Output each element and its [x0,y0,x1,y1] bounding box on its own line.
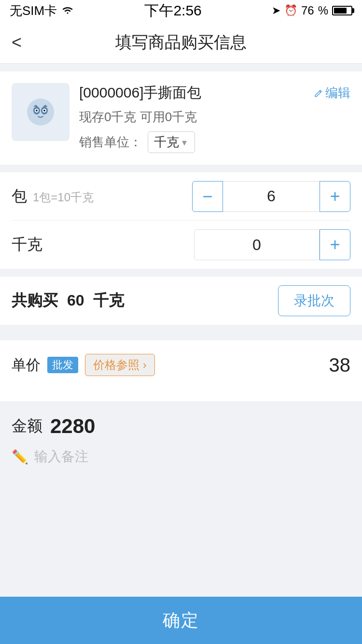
alarm-icon: ⏰ [284,4,297,17]
page-title: 填写商品购买信息 [115,31,247,54]
product-section: [0000006]手撕面包 编辑 现存0千克 可用0千克 销售单位： 千克 ▾ [0,71,362,165]
product-name-row: [0000006]手撕面包 编辑 [79,83,350,103]
kg-quantity-row: 千克 + [12,221,350,269]
price-row: 单价 批发 价格参照 › 38 [12,354,350,376]
amount-section: 金额 2280 ✏️ 输入备注 [0,401,362,477]
location-icon: ➤ [272,4,280,17]
kg-increment-button[interactable]: + [320,229,350,260]
quantity-section: 包 1包=10千克 − + 千克 + [0,172,362,269]
price-reference-button[interactable]: 价格参照 › [85,354,155,376]
amount-row: 金额 2280 [12,415,350,438]
unit-label: 销售单位： [79,134,142,151]
price-tag: 批发 [47,357,78,373]
kg-quantity-input[interactable] [194,229,320,260]
svg-point-0 [27,98,54,126]
status-right: ➤ ⏰ 76% [272,4,352,17]
price-value: 38 [329,354,351,376]
bao-decrement-button[interactable]: − [192,181,223,212]
price-left: 单价 批发 价格参照 › [12,354,155,376]
bao-quantity-input[interactable] [223,181,320,212]
amount-value: 2280 [50,415,95,438]
amount-label: 金额 [12,416,42,437]
pencil-icon: ✏️ [12,449,28,465]
total-text: 共购买 60 千克 [12,290,124,311]
wifi-icon [61,3,74,18]
bao-quantity-control: − + [192,181,350,212]
battery-icon [332,6,352,15]
battery-percent: 76 [301,4,314,17]
kg-label: 千克 [12,234,42,255]
chevron-down-icon: ▾ [182,137,187,148]
note-placeholder: 输入备注 [34,448,88,466]
svg-point-5 [36,110,38,112]
nav-bar: < 填写商品购买信息 [0,21,362,64]
bao-label-group: 包 1包=10千克 [12,186,94,207]
unit-select[interactable]: 千克 ▾ [148,131,195,153]
note-row[interactable]: ✏️ 输入备注 [12,448,350,466]
bao-hint: 1包=10千克 [33,190,94,205]
status-bar: 无SIM卡 下午2:56 ➤ ⏰ 76% [0,0,362,21]
product-name: [0000006]手撕面包 [79,83,201,103]
bao-label: 包 [12,186,27,207]
svg-point-6 [43,110,45,112]
batch-button[interactable]: 录批次 [278,285,350,316]
price-label: 单价 [12,355,41,375]
product-stock: 现存0千克 可用0千克 [79,109,350,126]
unit-select-value: 千克 [154,134,179,151]
confirm-button-label: 确定 [163,609,199,632]
status-time: 下午2:56 [144,1,201,21]
back-button[interactable]: < [12,32,22,53]
divider-2 [0,325,362,333]
product-info: [0000006]手撕面包 编辑 现存0千克 可用0千克 销售单位： 千克 ▾ [79,83,350,153]
bao-quantity-row: 包 1包=10千克 − + [12,172,350,221]
product-unit-row: 销售单位： 千克 ▾ [79,131,350,153]
product-image [12,83,70,141]
divider-1 [0,165,362,172]
total-value: 60 [67,292,84,309]
total-section: 共购买 60 千克 录批次 [0,277,362,325]
carrier-text: 无SIM卡 [10,2,57,19]
confirm-button[interactable]: 确定 [0,597,362,644]
edit-button[interactable]: 编辑 [314,84,350,101]
bao-increment-button[interactable]: + [320,181,350,212]
price-section: 单价 批发 价格参照 › 38 [0,340,362,401]
kg-quantity-control: + [194,229,350,260]
empty-area [0,477,362,613]
status-left: 无SIM卡 [10,2,74,19]
